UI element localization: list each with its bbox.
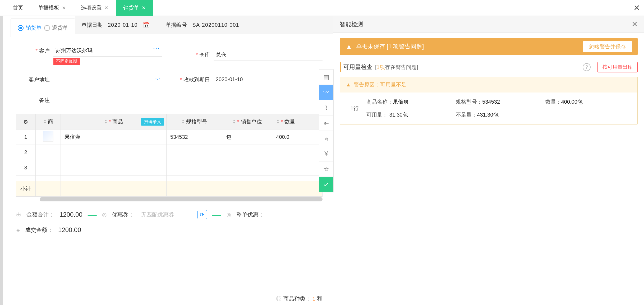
warning-reason: 警告原因：可用量不足 (354, 81, 407, 88)
due-date-field: *收款到期日 2020-01-10 (173, 74, 323, 85)
close-all-icon[interactable]: ✕ (633, 3, 644, 12)
tab-home[interactable]: 首页 (5, 0, 31, 16)
tab-sales-order[interactable]: 销货单 ✕ (116, 0, 153, 16)
warehouse-input[interactable]: 总仓 (214, 49, 323, 61)
input-value: 总仓 (216, 51, 226, 58)
discount-icon: ◎ (227, 211, 231, 218)
whole-discount-input[interactable] (269, 209, 306, 220)
scan-input-button[interactable]: 扫码录入 (141, 118, 164, 126)
deal-label: 成交金额： (25, 226, 53, 234)
line-items-table: ⚙ 商 *商品 扫码录入 规格型号 *销售单位 *数量 1 (16, 114, 323, 197)
due-date-input[interactable]: 2020-01-10 (214, 74, 323, 85)
cell-spec[interactable]: 534532 (166, 130, 222, 145)
warning-card: ▲ 警告原因：可用量不足 1行 商品名称：果倍爽 规格型号：534532 数量：… (340, 77, 638, 124)
rail-note-icon[interactable]: ▤ (319, 70, 333, 85)
refresh-icon[interactable]: ⟳ (197, 210, 207, 219)
order-form-pane: 销货单 退货单 单据日期 2020-01-10 📅 单据编号 SA-202001… (0, 16, 333, 305)
tab-label: 销货单 (123, 4, 139, 11)
help-icon[interactable]: ? (583, 63, 591, 71)
rail-chart-icon[interactable]: 〰 (319, 85, 333, 100)
field-label: 备注 (39, 97, 50, 103)
rail-expand-icon[interactable]: ⤢ (319, 177, 333, 192)
tab-label: 单据模板 (38, 4, 59, 11)
close-icon[interactable]: ✕ (62, 5, 66, 11)
remark-field: 备注 (13, 94, 162, 106)
col-unit[interactable]: *销售单位 (222, 114, 272, 130)
order-type-radio-group: 销货单 退货单 (11, 19, 75, 37)
col-product[interactable]: *商品 扫码录入 (61, 114, 166, 130)
cell-unit[interactable]: 包 (222, 130, 272, 145)
table-row[interactable] (16, 175, 323, 181)
horizontal-scrollbar[interactable] (40, 197, 323, 201)
ship-by-available-button[interactable]: 按可用量出库 (597, 62, 638, 72)
chevron-down-icon[interactable]: ﹀ (155, 76, 160, 83)
yen-icon: ㊏ (16, 211, 21, 218)
address-input[interactable]: ﹀ (53, 74, 162, 85)
whole-discount-label: 整单优惠： (236, 211, 264, 218)
warning-icon: ▲ (346, 82, 351, 88)
tab-template[interactable]: 单据模板 ✕ (31, 0, 73, 16)
col-spec[interactable]: 规格型号 (166, 114, 222, 130)
doc-no-label: 单据编号 (166, 21, 187, 29)
cell-product[interactable]: 果倍爽 (61, 130, 166, 145)
remark-input[interactable] (53, 94, 162, 106)
customer-input[interactable]: 苏州万达沃尔玛 ⋯ (53, 45, 162, 57)
warning-icon: ▲ (346, 43, 352, 51)
side-rail: ▤ 〰 ⌇ ⇤ ⍝ ¥ ☆ ⤢ (319, 69, 334, 192)
field-label: 客户地址 (29, 77, 50, 82)
radio-sales[interactable]: 销货单 (18, 24, 42, 31)
gear-icon: ⚙ (23, 119, 28, 125)
summary-icon: ◎ (276, 295, 282, 302)
rail-link-icon[interactable]: ⌇ (319, 100, 333, 115)
tab-label: 首页 (13, 4, 23, 11)
radio-dot-icon (18, 25, 24, 31)
address-field: 客户地址 ﹀ (13, 74, 162, 85)
table-row[interactable]: 1 果倍爽 534532 包 400.0 (16, 130, 323, 145)
field-label: 收款到期日 (183, 77, 210, 82)
coupon-input[interactable]: 无匹配优惠券 (139, 209, 192, 220)
table-row[interactable]: 3 (16, 160, 323, 175)
input-value: 苏州万达沃尔玛 (56, 47, 93, 54)
rail-user-icon[interactable]: ⍝ (319, 131, 333, 146)
radio-return[interactable]: 退货单 (44, 24, 68, 31)
close-icon[interactable]: ✕ (142, 5, 146, 11)
footer-summary: ◎ 商品种类： 1 和 (0, 292, 333, 302)
close-icon[interactable]: ✕ (104, 5, 108, 11)
rail-yen-icon[interactable]: ¥ (319, 146, 333, 161)
minus-icon: — (212, 210, 221, 220)
product-thumb (43, 131, 53, 142)
field-label: 仓库 (199, 52, 210, 58)
radio-dot-icon (44, 25, 50, 31)
deal-value: 1200.00 (58, 226, 81, 234)
col-settings[interactable]: ⚙ (16, 114, 36, 130)
tab-bar: 首页 单据模板 ✕ 选项设置 ✕ 销货单 ✕ ✕ (0, 0, 644, 16)
col-img[interactable]: 商 (35, 114, 61, 130)
rail-star-icon[interactable]: ☆ (319, 161, 333, 177)
rail-back-icon[interactable]: ⇤ (319, 115, 333, 131)
cell-qty[interactable]: 400.0 (272, 130, 323, 145)
panel-title: 智能检测 (340, 20, 363, 28)
warning-banner: ▲ 单据未保存 [1 项警告问题] 忽略警告并保存 (340, 38, 638, 55)
warning-row-no: 1行 (343, 98, 366, 118)
customer-field: *客户 苏州万达沃尔玛 ⋯ (13, 45, 162, 57)
availability-check-heading: 可用量检查 [1项存在警告问题] ? 按可用量出库 (340, 62, 638, 72)
coupon-label: 优惠券： (112, 211, 134, 218)
table-row[interactable]: 2 (16, 145, 323, 160)
minus-icon: — (88, 210, 97, 220)
doc-no-value: SA-20200110-001 (192, 22, 239, 28)
calendar-icon[interactable]: 📅 (143, 22, 150, 29)
doc-date-label: 单据日期 (81, 21, 103, 29)
warehouse-field: *仓库 总仓 (173, 45, 323, 65)
col-qty[interactable]: *数量 (272, 114, 323, 130)
input-value: 2020-01-10 (216, 76, 243, 82)
customer-tag: 不固定账期 (53, 58, 80, 65)
check-title: 可用量检查 (343, 63, 372, 71)
banner-message: 单据未保存 [1 项警告问题] (356, 43, 579, 50)
ignore-and-save-button[interactable]: 忽略警告并保存 (583, 41, 632, 52)
radio-label: 销货单 (26, 24, 42, 31)
field-label: 客户 (39, 48, 50, 54)
close-icon[interactable]: ✕ (632, 20, 638, 29)
amount-label: 金额合计： (26, 211, 54, 218)
tab-options[interactable]: 选项设置 ✕ (73, 0, 116, 16)
doc-date-value[interactable]: 2020-01-10 (108, 22, 137, 28)
